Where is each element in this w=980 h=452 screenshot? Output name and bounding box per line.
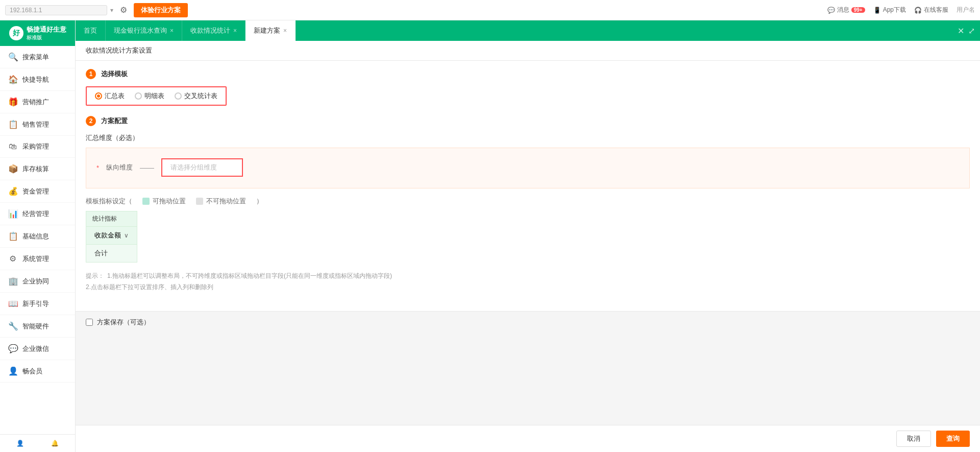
page-content: 收款情况统计方案设置 1 选择模板 汇总表 bbox=[76, 41, 980, 425]
sidebar-item-guide[interactable]: 📖 新手引导 bbox=[0, 293, 75, 315]
content-area: 首页 现金银行流水查询 × 收款情况统计 × 新建方案 × ✕ ⤢ 收 bbox=[76, 20, 980, 452]
download-button[interactable]: 📱 App下载 bbox=[873, 6, 906, 14]
purchase-icon: 🛍 bbox=[8, 142, 17, 151]
tab-bank-flow-close[interactable]: × bbox=[170, 27, 174, 34]
query-button[interactable]: 查询 bbox=[936, 431, 970, 447]
message-button[interactable]: 💬 消息 99+ bbox=[827, 6, 865, 14]
cancel-button[interactable]: 取消 bbox=[896, 431, 931, 447]
sidebar-label-guide: 新手引导 bbox=[22, 299, 49, 308]
tip-line-1: 提示： 1.拖动标题栏可以调整布局，不可跨维度或指标区域拖动栏目字段(只能在同一… bbox=[86, 271, 970, 282]
sidebar-logo: 好 畅捷通好生意 标准版 bbox=[0, 20, 75, 46]
sidebar-item-inventory[interactable]: 📦 库存核算 bbox=[0, 158, 75, 180]
download-icon: 📱 bbox=[873, 7, 881, 14]
radio-detail-label: 明细表 bbox=[144, 91, 164, 101]
sidebar-item-wechat[interactable]: 💬 企业微信 bbox=[0, 338, 75, 360]
step1-title: 选择模板 bbox=[101, 69, 128, 79]
step2-section: 2 方案配置 汇总维度（必选） * 纵向维度 —— 请选择分组维度 bbox=[86, 116, 970, 293]
metrics-total-label: 合计 bbox=[94, 249, 108, 257]
top-bar-left: ▾ ⚙ 体验行业方案 bbox=[5, 3, 827, 17]
tab-receipt-stats-label: 收款情况统计 bbox=[190, 26, 230, 35]
gift-icon: 🎁 bbox=[8, 97, 17, 107]
sidebar-item-member[interactable]: 👤 畅会员 bbox=[0, 360, 75, 383]
dimension-section-label: 汇总维度（必选） bbox=[86, 133, 970, 142]
home-icon: 🏠 bbox=[8, 75, 17, 84]
step2-title: 方案配置 bbox=[101, 116, 128, 126]
legend-draggable: 可拖动位置 bbox=[142, 197, 186, 206]
member-icon: 👤 bbox=[8, 366, 17, 376]
radio-detail[interactable]: 明细表 bbox=[135, 91, 164, 101]
trial-button[interactable]: 体验行业方案 bbox=[134, 3, 188, 17]
template-options: 汇总表 明细表 交叉统计表 bbox=[86, 86, 227, 106]
sidebar-item-marketing[interactable]: 🎁 营销推广 bbox=[0, 91, 75, 113]
radio-summary[interactable]: 汇总表 bbox=[95, 91, 125, 101]
tab-receipt-stats[interactable]: 收款情况统计 × bbox=[182, 20, 246, 41]
sidebar-footer-bell[interactable]: 🔔 bbox=[40, 440, 70, 447]
metrics-cell-amount[interactable]: 收款金额 ∨ bbox=[86, 227, 137, 245]
tab-receipt-stats-close[interactable]: × bbox=[233, 27, 237, 34]
tab-home[interactable]: 首页 bbox=[76, 20, 106, 41]
vertical-dimension-label: 纵向维度 bbox=[106, 163, 133, 172]
tab-bank-flow[interactable]: 现金银行流水查询 × bbox=[106, 20, 182, 41]
chevron-down-icon[interactable]: ▾ bbox=[110, 7, 113, 14]
tab-maximize-action[interactable]: ⤢ bbox=[968, 26, 975, 36]
tip1-text: 1.拖动标题栏可以调整布局，不可跨维度或指标区域拖动栏目字段(只能在同一维度或指… bbox=[107, 271, 392, 282]
sidebar-item-enterprise[interactable]: 🏢 企业协同 bbox=[0, 270, 75, 293]
tab-bar-actions: ✕ ⤢ bbox=[952, 20, 980, 41]
top-bar-right: 💬 消息 99+ 📱 App下载 🎧 在线客服 用户名 bbox=[827, 6, 975, 14]
sidebar-item-system[interactable]: ⚙ 系统管理 bbox=[0, 248, 75, 270]
sidebar-item-quick-nav[interactable]: 🏠 快捷导航 bbox=[0, 68, 75, 91]
service-button[interactable]: 🎧 在线客服 bbox=[914, 6, 948, 14]
metrics-header-label: 模板指标设定（ bbox=[86, 197, 132, 206]
sidebar-item-capital[interactable]: 💰 资金管理 bbox=[0, 180, 75, 203]
sidebar-label-hardware: 智能硬件 bbox=[22, 322, 49, 331]
save-checkbox[interactable] bbox=[86, 319, 93, 326]
tab-new-plan[interactable]: 新建方案 × bbox=[246, 20, 296, 41]
sidebar-label-system: 系统管理 bbox=[22, 254, 49, 264]
inventory-icon: 📦 bbox=[8, 164, 17, 174]
logo-icon: 好 bbox=[9, 26, 23, 40]
sales-icon: 📋 bbox=[8, 120, 17, 129]
sidebar-item-sales[interactable]: 📋 销售管理 bbox=[0, 113, 75, 136]
tab-bar: 首页 现金银行流水查询 × 收款情况统计 × 新建方案 × ✕ ⤢ bbox=[76, 20, 980, 41]
draggable-legend-label: 可拖动位置 bbox=[153, 197, 186, 206]
address-input[interactable] bbox=[5, 5, 107, 15]
logo-text: 畅捷通好生意 bbox=[27, 25, 66, 34]
sidebar-item-hardware[interactable]: 🔧 智能硬件 bbox=[0, 315, 75, 338]
non-draggable-legend-label: 不可拖动位置 bbox=[206, 197, 246, 206]
tab-close-action[interactable]: ✕ bbox=[958, 26, 964, 36]
sidebar-label-capital: 资金管理 bbox=[22, 187, 49, 196]
metrics-header: 模板指标设定（ 可拖动位置 不可拖动位置 ） bbox=[86, 197, 970, 206]
arrow-icon: —— bbox=[140, 163, 154, 172]
step2-number: 2 bbox=[86, 116, 96, 126]
logo-sub: 标准版 bbox=[27, 34, 66, 41]
sidebar: 好 畅捷通好生意 标准版 🔍 搜索菜单 🏠 快捷导航 🎁 营销推广 📋 销售管理… bbox=[0, 20, 76, 452]
tab-new-plan-close[interactable]: × bbox=[283, 27, 287, 34]
dimension-row: * 纵向维度 —— 请选择分组维度 bbox=[96, 158, 959, 177]
non-draggable-legend-box bbox=[196, 198, 203, 205]
sidebar-item-basic[interactable]: 📋 基础信息 bbox=[0, 225, 75, 248]
sidebar-label-operation: 经营管理 bbox=[22, 209, 49, 219]
main-layout: 好 畅捷通好生意 标准版 🔍 搜索菜单 🏠 快捷导航 🎁 营销推广 📋 销售管理… bbox=[0, 20, 980, 452]
radio-detail-circle bbox=[135, 92, 142, 100]
step1-section: 1 选择模板 汇总表 明细表 bbox=[86, 69, 970, 106]
required-star: * bbox=[96, 164, 99, 172]
download-label: App下载 bbox=[883, 6, 906, 14]
sidebar-item-search[interactable]: 🔍 搜索菜单 bbox=[0, 46, 75, 68]
service-icon: 🎧 bbox=[914, 7, 922, 14]
sidebar-item-operation[interactable]: 📊 经营管理 bbox=[0, 203, 75, 225]
top-bar: ▾ ⚙ 体验行业方案 💬 消息 99+ 📱 App下载 🎧 在线客服 用户名 bbox=[0, 0, 980, 20]
tab-new-plan-label: 新建方案 bbox=[254, 26, 280, 35]
metrics-dropdown-icon[interactable]: ∨ bbox=[124, 232, 129, 239]
radio-cross[interactable]: 交叉统计表 bbox=[175, 91, 217, 101]
sidebar-label-sales: 销售管理 bbox=[22, 120, 49, 129]
footer-bar: 取消 查询 bbox=[76, 425, 980, 452]
radio-cross-label: 交叉统计表 bbox=[184, 91, 217, 101]
username-label: 用户名 bbox=[957, 6, 975, 14]
dimension-select[interactable]: 请选择分组维度 bbox=[161, 158, 243, 177]
sidebar-item-purchase[interactable]: 🛍 采购管理 bbox=[0, 136, 75, 158]
tip-line-2: 2.点击标题栏下拉可设置排序、插入列和删除列 bbox=[86, 282, 970, 293]
sidebar-footer: 👤 🔔 bbox=[0, 434, 75, 452]
sidebar-footer-user[interactable]: 👤 bbox=[5, 440, 35, 447]
gear-icon[interactable]: ⚙ bbox=[116, 3, 131, 17]
service-label: 在线客服 bbox=[924, 6, 948, 14]
